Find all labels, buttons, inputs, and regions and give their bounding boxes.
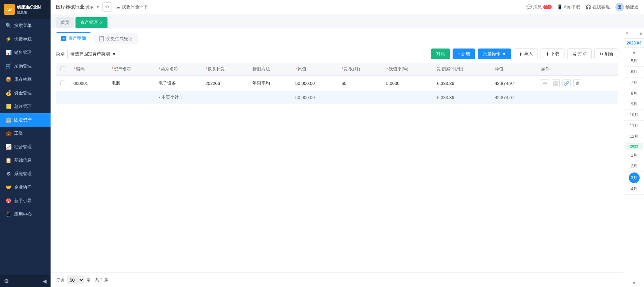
th-category: *类别名称 (154, 63, 201, 76)
subtotal-empty-3 (108, 91, 154, 104)
row-net-value: 42,874.97 (491, 76, 537, 91)
month-9[interactable]: 9月 (624, 99, 644, 110)
sidebar-icon-3: 🛒 (5, 63, 11, 69)
right-panel-expand-btn[interactable]: ⊟ (639, 31, 643, 36)
th-net-value: 净值 (491, 63, 537, 76)
sidebar-item-新手引导[interactable]: 🎯新手引导 (0, 194, 51, 208)
subtotal-row: ▪本页小计： 50,000.00 6,333.36 42,874.97 (56, 91, 618, 104)
company-settings-btn[interactable]: ⚙ (102, 2, 112, 12)
th-code: *编码 (69, 63, 108, 76)
toolbar-tabs: ≡ 资产明细 📄 变更生成凭证 (51, 28, 624, 45)
download-btn[interactable]: ⬇ 下载 (541, 49, 564, 59)
sidebar-item-销售管理[interactable]: 📊销售管理 (0, 46, 51, 59)
sidebar-label-3: 采购管理 (14, 63, 32, 69)
tab-home[interactable]: 首页 (56, 17, 74, 28)
subtotal-empty-actions (537, 91, 618, 104)
company-selector[interactable]: 医疗器械行业演示 ▼ (56, 4, 100, 10)
sidebar-item-资金管理[interactable]: 💰资金管理 (0, 86, 51, 100)
th-accumulated: 期初累计折旧 (433, 63, 491, 76)
month-7[interactable]: 7月 (624, 77, 644, 88)
settings-icon[interactable]: ⚙ (4, 278, 9, 284)
category-placeholder: 请选择固定资产类别 (70, 51, 110, 57)
edit-icon[interactable]: ✏ (541, 79, 549, 87)
row-residual-rate: 5.0000 (382, 76, 433, 91)
messages-badge: 99+ (543, 5, 552, 9)
download-icon: ⬇ (546, 52, 549, 57)
row-original-value: 50,000.00 (291, 76, 337, 91)
sidebar-item-系统管理[interactable]: ⚙系统管理 (0, 167, 51, 181)
th-actions: 操作 (537, 63, 618, 76)
print-btn[interactable]: 🖨 打印 (567, 49, 592, 59)
add-new-label: + 新增 (458, 51, 470, 57)
sidebar-item-采购管理[interactable]: 🛒采购管理 (0, 59, 51, 73)
subtotal-label: ▪本页小计： (154, 91, 291, 104)
collapse-icon[interactable]: ◀ (42, 278, 47, 284)
tab-asset-detail-label: 资产明细 (68, 35, 86, 41)
refresh-btn[interactable]: ↻ 刷新 (594, 49, 618, 59)
month-2023-2[interactable]: 2月 (624, 161, 644, 172)
sidebar-item-固定资产[interactable]: 🏢固定资产 (0, 113, 51, 127)
tab-asset-management[interactable]: 资产管理 ✕ (75, 17, 108, 28)
copy-icon[interactable]: ⬜ (552, 79, 560, 87)
app-download-label: App下载 (564, 4, 580, 10)
sidebar-icon-2: 📊 (5, 50, 11, 56)
th-purchase-date: *购买日期 (202, 63, 248, 76)
sidebar-item-总账管理[interactable]: 📒总账管理 (0, 100, 51, 113)
month-10[interactable]: 10月 (624, 110, 644, 121)
tab-voucher-gen[interactable]: 📄 变更生成凭证 (94, 33, 137, 44)
month-2023-1[interactable]: 1月 (624, 150, 644, 161)
row-actions: ✏ ⬜ 🔗 🗑 (537, 76, 618, 91)
sidebar-item-企业协同[interactable]: 🤝企业协同 (0, 181, 51, 194)
sidebar-item-基础信息[interactable]: 📋基础信息 (0, 154, 51, 167)
subtotal-net-value: 42,874.97 (491, 91, 537, 104)
app-download-btn[interactable]: 📱 App下载 (557, 4, 580, 10)
per-page-select[interactable]: 50 10 20 100 (67, 276, 84, 284)
sidebar-item-搜索菜单[interactable]: 🔍搜索菜单 (0, 19, 51, 32)
month-5[interactable]: 5月 (624, 56, 644, 67)
messages-btn[interactable]: 💬 消息 99+ (526, 4, 552, 10)
month-2023-3-current[interactable]: 3月 (629, 172, 640, 183)
online-service-btn[interactable]: 🎧 在线客服 (586, 4, 610, 10)
select-all-checkbox[interactable] (60, 66, 65, 71)
month-2023-4[interactable]: 4月 (624, 184, 644, 195)
sidebar-item-应用中心[interactable]: 📱应用中心 (0, 208, 51, 221)
month-6[interactable]: 6月 (624, 67, 644, 77)
delete-icon[interactable]: 🗑 (573, 79, 581, 87)
user-menu[interactable]: 👤 畅捷通 (615, 3, 639, 11)
sidebar-item-工资[interactable]: 💼工资 (0, 127, 51, 140)
month-8[interactable]: 8月 (624, 88, 644, 99)
th-period: *期限(月) (338, 63, 382, 76)
sidebar-icon-1: ⚡ (5, 36, 11, 42)
add-new-btn[interactable]: + 新增 (453, 49, 475, 59)
sidebar-item-库存核算[interactable]: 📦库存核算 (0, 73, 51, 86)
sidebar-item-快捷导航[interactable]: ⚡快捷导航 (0, 32, 51, 46)
tab-home-label: 首页 (61, 20, 69, 26)
tab-asset-detail[interactable]: ≡ 资产明细 (56, 32, 91, 45)
reconcile-btn[interactable]: 对账 (431, 49, 450, 59)
reconcile-label: 对账 (436, 51, 445, 57)
subtotal-original-value: 50,000.00 (291, 91, 337, 104)
month-11[interactable]: 11月 (624, 121, 644, 131)
month-12[interactable]: 12月 (624, 131, 644, 142)
sidebar-label-12: 企业协同 (14, 184, 32, 190)
sidebar-label-2: 销售管理 (14, 50, 32, 56)
app-edition: 普及版 (17, 10, 41, 14)
row-code: 000001 (69, 76, 108, 91)
sidebar-label-8: 工资 (14, 130, 23, 136)
row-name: 电脑 (108, 76, 154, 91)
app-logo: AtA 畅捷通好业财 普及版 (0, 0, 51, 19)
right-panel-close-btn[interactable]: ✕ (625, 31, 629, 36)
experience-btn[interactable]: ☁ 我要体验一下 (116, 4, 148, 10)
batch-ops-btn[interactable]: 批量操作 ▼ (478, 49, 511, 59)
tab-close-btn[interactable]: ✕ (100, 21, 103, 25)
topbar: 医疗器械行业演示 ▼ ⚙ ☁ 我要体验一下 💬 消息 99+ 📱 App下载 🎧… (51, 0, 644, 14)
sidebar-item-经营管理[interactable]: 📈经营管理 (0, 140, 51, 154)
import-btn[interactable]: ⬆ 导入 (514, 49, 538, 59)
content-main: ≡ 资产明细 📄 变更生成凭证 类别 请选择固定资产类别 ▼ 对账 (51, 28, 624, 287)
scroll-down-btn[interactable]: ▼ (624, 279, 644, 287)
row-checkbox[interactable] (60, 81, 65, 85)
scroll-up-btn[interactable]: ▲ (624, 48, 644, 56)
category-select[interactable]: 请选择固定资产类别 ▼ (67, 49, 119, 59)
category-select-arrow: ▼ (112, 52, 116, 57)
link-icon[interactable]: 🔗 (562, 79, 571, 87)
